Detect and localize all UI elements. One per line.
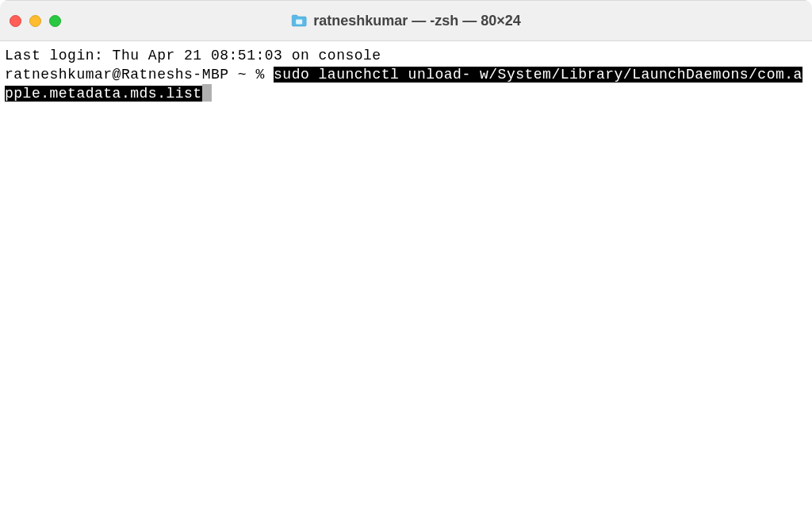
title-center: ratneshkumar — -zsh — 80×24 bbox=[291, 13, 521, 29]
window-title: ratneshkumar — -zsh — 80×24 bbox=[313, 13, 521, 29]
last-login-line: Last login: Thu Apr 21 08:51:03 on conso… bbox=[5, 46, 807, 65]
minimize-button[interactable] bbox=[29, 15, 41, 27]
terminal-cursor bbox=[202, 84, 212, 102]
terminal-content[interactable]: Last login: Thu Apr 21 08:51:03 on conso… bbox=[0, 41, 812, 530]
prompt-line: ratneshkumar@Ratneshs-MBP ~ % sudo launc… bbox=[5, 65, 807, 103]
folder-icon bbox=[291, 14, 307, 27]
titlebar: ratneshkumar — -zsh — 80×24 bbox=[0, 0, 812, 41]
maximize-button[interactable] bbox=[49, 15, 61, 27]
close-button[interactable] bbox=[10, 15, 21, 27]
shell-prompt: ratneshkumar@Ratneshs-MBP ~ % bbox=[5, 67, 274, 83]
window-controls bbox=[10, 15, 61, 27]
svg-rect-0 bbox=[296, 20, 302, 25]
terminal-window: ratneshkumar — -zsh — 80×24 Last login: … bbox=[0, 0, 812, 530]
